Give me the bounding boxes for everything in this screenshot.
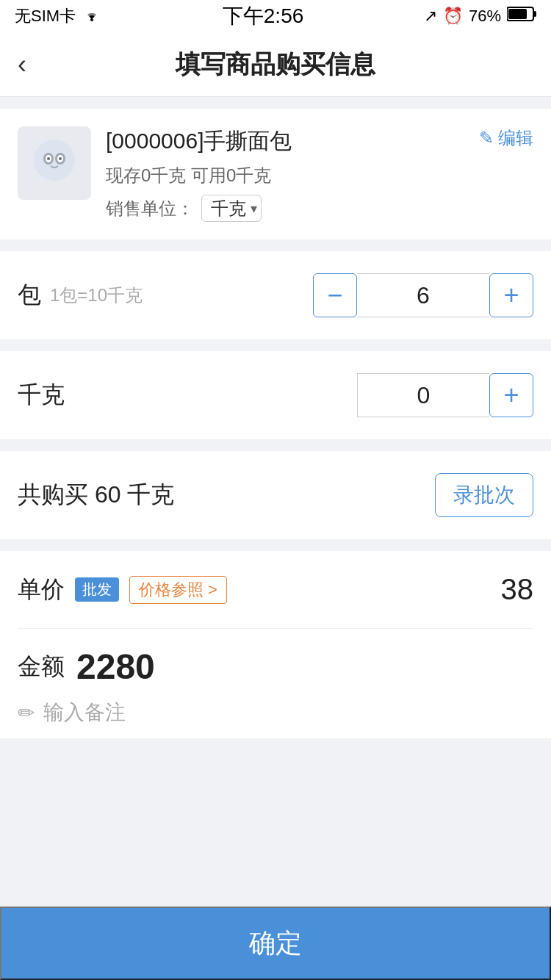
kg-section: 千克 + bbox=[0, 351, 551, 439]
price-label: 单价 bbox=[18, 574, 65, 606]
price-left: 单价 批发 价格参照 > bbox=[18, 574, 227, 606]
unit-label: 销售单位： bbox=[106, 197, 194, 220]
bag-stepper: − + bbox=[313, 273, 533, 317]
kg-quantity-input[interactable] bbox=[357, 373, 489, 417]
edit-icon: ✎ bbox=[479, 128, 494, 148]
status-left: 无SIM卡 bbox=[15, 5, 102, 27]
bag-sublabel: 1包=10千克 bbox=[50, 284, 143, 307]
price-section: 单价 批发 价格参照 > 38 bbox=[0, 551, 551, 629]
location-icon: ↗ bbox=[424, 7, 437, 26]
kg-label: 千克 bbox=[18, 379, 65, 411]
svg-rect-3 bbox=[508, 9, 527, 19]
product-stock: 现存0千克 可用0千克 bbox=[106, 164, 533, 187]
svg-point-9 bbox=[47, 157, 50, 160]
svg-point-10 bbox=[59, 157, 62, 160]
note-row[interactable]: ✏ 输入备注 bbox=[18, 699, 533, 727]
product-unit-row: 销售单位： 千克 bbox=[106, 195, 533, 222]
page-title: 填写商品购买信息 bbox=[176, 48, 375, 82]
product-info: [0000006]手撕面包 现存0千克 可用0千克 销售单位： 千克 bbox=[106, 126, 533, 222]
kg-stepper: + bbox=[357, 373, 533, 417]
battery-text: 76% bbox=[469, 7, 501, 26]
status-time: 下午2:56 bbox=[223, 2, 304, 30]
amount-label: 金额 bbox=[18, 651, 65, 683]
bag-label-group: 包 1包=10千克 bbox=[18, 279, 143, 311]
edit-button[interactable]: ✎ 编辑 bbox=[479, 126, 533, 150]
summary-section: 共购买 60 千克 录批次 bbox=[0, 451, 551, 539]
alarm-icon: ⏰ bbox=[443, 7, 463, 26]
summary-text: 共购买 60 千克 bbox=[18, 479, 174, 511]
battery-icon bbox=[507, 6, 536, 26]
unit-select[interactable]: 千克 bbox=[201, 195, 262, 222]
bag-row: 包 1包=10千克 − + bbox=[18, 251, 533, 339]
wifi-icon bbox=[82, 6, 102, 26]
summary-row: 共购买 60 千克 录批次 bbox=[18, 451, 533, 539]
svg-rect-2 bbox=[533, 11, 536, 17]
status-bar: 无SIM卡 下午2:56 ↗ ⏰ 76% bbox=[0, 0, 551, 32]
bag-section: 包 1包=10千克 − + bbox=[0, 251, 551, 339]
nav-bar: ‹ 填写商品购买信息 bbox=[0, 32, 551, 97]
kg-increment-button[interactable]: + bbox=[489, 373, 533, 417]
amount-row: 金额 2280 bbox=[18, 646, 533, 687]
signal-text: 无SIM卡 bbox=[15, 5, 76, 27]
product-card: [0000006]手撕面包 现存0千克 可用0千克 销售单位： 千克 ✎ 编辑 bbox=[0, 109, 551, 239]
svg-point-0 bbox=[90, 18, 93, 21]
confirm-button[interactable]: 确定 bbox=[0, 907, 551, 980]
note-placeholder: 输入备注 bbox=[43, 699, 126, 727]
record-batch-button[interactable]: 录批次 bbox=[435, 473, 533, 517]
bag-increment-button[interactable]: + bbox=[489, 273, 533, 317]
bag-quantity-input[interactable] bbox=[357, 273, 489, 317]
status-right: ↗ ⏰ 76% bbox=[424, 6, 536, 26]
product-thumbnail bbox=[18, 126, 91, 200]
pencil-icon: ✏ bbox=[18, 701, 35, 725]
amount-section: 金额 2280 ✏ 输入备注 bbox=[0, 629, 551, 738]
product-name: [0000006]手撕面包 bbox=[106, 126, 533, 156]
back-button[interactable]: ‹ bbox=[18, 49, 26, 80]
amount-value: 2280 bbox=[76, 646, 155, 687]
unit-select-wrap[interactable]: 千克 bbox=[201, 195, 262, 222]
edit-label: 编辑 bbox=[498, 126, 533, 150]
svg-point-4 bbox=[34, 140, 75, 181]
tag-pifa: 批发 bbox=[75, 577, 119, 602]
kg-row: 千克 + bbox=[18, 351, 533, 439]
price-reference-button[interactable]: 价格参照 > bbox=[129, 576, 227, 604]
price-row: 单价 批发 价格参照 > 38 bbox=[18, 551, 533, 629]
bag-decrement-button[interactable]: − bbox=[313, 273, 357, 317]
bag-label: 包 bbox=[18, 279, 41, 311]
price-value: 38 bbox=[501, 573, 534, 606]
product-logo-icon bbox=[32, 138, 76, 189]
